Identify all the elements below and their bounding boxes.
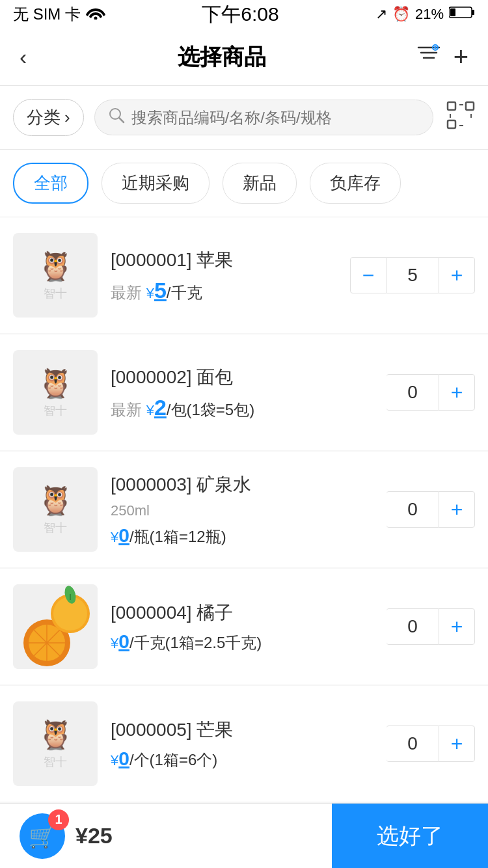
product-info-1: [0000001] 苹果 最新 ¥5/千克: [111, 248, 337, 303]
tabs-bar: 全部 近期采购 新品 负库存: [0, 150, 488, 217]
product-name-5: [0000005] 芒果: [111, 718, 373, 742]
qty-increase-3[interactable]: +: [439, 491, 475, 528]
orange-image: [13, 584, 98, 669]
product-name-4: [0000004] 橘子: [111, 601, 373, 625]
qty-input-1[interactable]: [386, 257, 439, 293]
location-icon: ↗: [375, 6, 387, 23]
svg-rect-12: [466, 102, 474, 110]
product-price-3: ¥0/瓶(1箱=12瓶): [111, 524, 373, 547]
tab-recent-label: 近期采购: [122, 173, 189, 193]
owl-logo-icon: 🦉: [38, 366, 74, 400]
tab-negative-label: 负库存: [330, 173, 381, 193]
qty-input-2[interactable]: [386, 374, 439, 411]
tab-recent[interactable]: 近期采购: [102, 163, 210, 204]
qty-increase-1[interactable]: +: [439, 257, 475, 293]
tab-all[interactable]: 全部: [13, 163, 88, 204]
product-info-4: [0000004] 橘子 ¥0/千克(1箱=2.5千克): [111, 601, 373, 653]
cart-badge: 1: [48, 809, 69, 830]
product-image-5: 🦉 智十: [13, 701, 98, 786]
product-image-1: 🦉 智十: [13, 233, 98, 318]
qty-decrease-1[interactable]: −: [350, 257, 386, 293]
svg-line-10: [119, 118, 124, 122]
svg-point-8: [434, 46, 437, 49]
battery-icon: [449, 6, 475, 23]
product-price-2: 最新 ¥2/包(1袋=5包): [111, 395, 373, 420]
qty-control-3: +: [386, 491, 475, 528]
qty-input-5[interactable]: [386, 726, 439, 762]
owl-text: 智十: [44, 286, 67, 301]
battery-text: 21%: [415, 6, 444, 23]
search-box: [94, 100, 433, 135]
nav-right: +: [417, 42, 468, 72]
product-price-4: ¥0/千克(1箱=2.5千克): [111, 631, 373, 653]
list-item: 🦉 智十 [0000003] 矿泉水 250ml ¥0/瓶(1箱=12瓶) +: [0, 452, 488, 567]
nav-left: ‹: [20, 44, 27, 70]
add-icon[interactable]: +: [454, 42, 468, 72]
svg-rect-11: [448, 102, 455, 110]
search-input[interactable]: [131, 109, 420, 127]
owl-text: 智十: [44, 520, 67, 536]
status-time: 下午6:08: [202, 1, 278, 28]
filter-icon[interactable]: [417, 44, 441, 71]
confirm-button[interactable]: 选好了: [332, 804, 488, 869]
category-button[interactable]: 分类 ›: [13, 99, 84, 136]
product-price-1: 最新 ¥5/千克: [111, 278, 337, 303]
list-item: 🦉 智十 [0000001] 苹果 最新 ¥5/千克 − +: [0, 217, 488, 333]
qty-control-2: +: [386, 374, 475, 411]
sim-status: 无 SIM 卡: [13, 4, 81, 25]
product-name-1: [0000001] 苹果: [111, 248, 337, 273]
product-info-3: [0000003] 矿泉水 250ml ¥0/瓶(1箱=12瓶): [111, 472, 373, 547]
wifi-icon: [86, 5, 105, 23]
tab-new[interactable]: 新品: [223, 163, 297, 204]
status-right: ↗ ⏰ 21%: [375, 6, 475, 23]
svg-point-0: [94, 17, 98, 20]
cart-total: ¥25: [75, 823, 113, 848]
alarm-icon: ⏰: [392, 6, 410, 23]
product-list: 🦉 智十 [0000001] 苹果 最新 ¥5/千克 − + 🦉 智十 [000…: [0, 217, 488, 868]
product-name-3: [0000003] 矿泉水: [111, 472, 373, 497]
status-left: 无 SIM 卡: [13, 4, 105, 25]
bottom-bar: 🛒 1 ¥25 选好了: [0, 803, 488, 868]
tab-all-label: 全部: [34, 173, 68, 193]
nav-bar: ‹ 选择商品 +: [0, 29, 488, 86]
qty-control-4: +: [386, 608, 475, 645]
tab-negative[interactable]: 负库存: [310, 163, 401, 204]
product-price-5: ¥0/个(1箱=6个): [111, 748, 373, 770]
status-bar: 无 SIM 卡 下午6:08 ↗ ⏰ 21%: [0, 0, 488, 29]
back-button[interactable]: ‹: [20, 44, 27, 70]
cart-icon-button[interactable]: 🛒 1: [20, 813, 65, 859]
list-item: 🦉 智十 [0000002] 面包 最新 ¥2/包(1袋=5包) +: [0, 334, 488, 450]
scan-icon[interactable]: [446, 101, 475, 135]
list-item: [0000004] 橘子 ¥0/千克(1箱=2.5千克) +: [0, 569, 488, 685]
filter-bar: 分类 ›: [0, 86, 488, 150]
svg-rect-13: [448, 120, 455, 128]
owl-text: 智十: [44, 403, 67, 418]
owl-text: 智十: [44, 754, 67, 770]
qty-input-4[interactable]: [386, 608, 439, 645]
qty-input-3[interactable]: [386, 491, 439, 528]
svg-rect-3: [450, 8, 455, 16]
owl-logo-icon: 🦉: [38, 249, 74, 283]
product-spec-3: 250ml: [111, 502, 373, 519]
list-item: 🦉 智十 [0000005] 芒果 ¥0/个(1箱=6个) +: [0, 686, 488, 802]
product-info-2: [0000002] 面包 最新 ¥2/包(1袋=5包): [111, 365, 373, 420]
search-icon: [108, 107, 125, 128]
qty-control-5: +: [386, 726, 475, 762]
category-arrow: ›: [64, 107, 70, 128]
page-title: 选择商品: [178, 42, 266, 72]
product-image-2: 🦉 智十: [13, 350, 98, 435]
svg-rect-2: [472, 10, 474, 15]
qty-increase-4[interactable]: +: [439, 608, 475, 645]
qty-control-1: − +: [350, 257, 475, 293]
product-info-5: [0000005] 芒果 ¥0/个(1箱=6个): [111, 718, 373, 770]
qty-increase-5[interactable]: +: [439, 726, 475, 762]
product-name-2: [0000002] 面包: [111, 365, 373, 390]
owl-logo-icon: 🦉: [38, 483, 74, 517]
qty-increase-2[interactable]: +: [439, 374, 475, 411]
product-image-3: 🦉 智十: [13, 467, 98, 552]
category-label: 分类: [27, 106, 61, 129]
cart-section: 🛒 1 ¥25: [0, 813, 332, 859]
tab-new-label: 新品: [243, 173, 277, 193]
owl-logo-icon: 🦉: [38, 718, 74, 752]
product-image-4: [13, 584, 98, 669]
